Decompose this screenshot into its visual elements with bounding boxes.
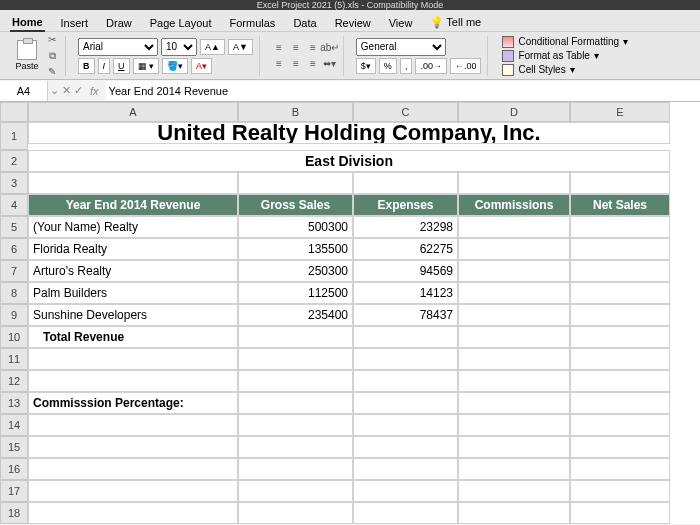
- row-header-12[interactable]: 12: [0, 370, 28, 392]
- conditional-formatting-button[interactable]: Conditional Formatting ▾: [500, 35, 630, 49]
- row-header-10[interactable]: 10: [0, 326, 28, 348]
- tab-insert[interactable]: Insert: [59, 15, 91, 31]
- cell-b8[interactable]: 112500: [238, 282, 353, 304]
- cell-d14[interactable]: [458, 414, 570, 436]
- tab-view[interactable]: View: [387, 15, 415, 31]
- cell-a16[interactable]: [28, 458, 238, 480]
- font-color-button[interactable]: A▾: [191, 58, 212, 74]
- cell-b17[interactable]: [238, 480, 353, 502]
- row-header-8[interactable]: 8: [0, 282, 28, 304]
- align-top-icon[interactable]: ≡: [272, 41, 286, 55]
- col-header-d[interactable]: D: [458, 102, 570, 122]
- cell-c6[interactable]: 62275: [353, 238, 458, 260]
- cell-d17[interactable]: [458, 480, 570, 502]
- cell-b7[interactable]: 250300: [238, 260, 353, 282]
- cell-e13[interactable]: [570, 392, 670, 414]
- cell-e6[interactable]: [570, 238, 670, 260]
- row-header-1[interactable]: 1: [0, 122, 28, 150]
- format-painter-icon[interactable]: ✎: [45, 65, 59, 79]
- cell-a15[interactable]: [28, 436, 238, 458]
- cell-c11[interactable]: [353, 348, 458, 370]
- size-select[interactable]: 10: [161, 38, 197, 56]
- cell-d18[interactable]: [458, 502, 570, 524]
- row-header-3[interactable]: 3: [0, 172, 28, 194]
- cell-c18[interactable]: [353, 502, 458, 524]
- cancel-icon[interactable]: ✕: [60, 84, 72, 97]
- row-header-6[interactable]: 6: [0, 238, 28, 260]
- cell-a9[interactable]: Sunshine Developers: [28, 304, 238, 326]
- cell-b16[interactable]: [238, 458, 353, 480]
- cell-d10[interactable]: [458, 326, 570, 348]
- cell-a11[interactable]: [28, 348, 238, 370]
- underline-button[interactable]: U: [113, 58, 130, 74]
- cut-icon[interactable]: ✂: [45, 33, 59, 47]
- cell-b6[interactable]: 135500: [238, 238, 353, 260]
- row-header-17[interactable]: 17: [0, 480, 28, 502]
- cell-d11[interactable]: [458, 348, 570, 370]
- col-header-a[interactable]: A: [28, 102, 238, 122]
- cell-b9[interactable]: 235400: [238, 304, 353, 326]
- cell-a6[interactable]: Florida Realty: [28, 238, 238, 260]
- row-header-5[interactable]: 5: [0, 216, 28, 238]
- increase-decimal-button[interactable]: .00→: [415, 58, 447, 74]
- italic-button[interactable]: I: [98, 58, 111, 74]
- cell-d3[interactable]: [458, 172, 570, 194]
- col-header-c[interactable]: C: [353, 102, 458, 122]
- comma-button[interactable]: ,: [400, 58, 413, 74]
- cell-subtitle[interactable]: East Division: [28, 150, 670, 172]
- row-header-7[interactable]: 7: [0, 260, 28, 282]
- cell-c16[interactable]: [353, 458, 458, 480]
- font-select[interactable]: Arial: [78, 38, 158, 56]
- format-as-table-button[interactable]: Format as Table ▾: [500, 49, 630, 63]
- cell-c12[interactable]: [353, 370, 458, 392]
- currency-button[interactable]: $▾: [356, 58, 376, 74]
- cell-b3[interactable]: [238, 172, 353, 194]
- cell-d6[interactable]: [458, 238, 570, 260]
- cell-e7[interactable]: [570, 260, 670, 282]
- decrease-font-button[interactable]: A▼: [228, 39, 253, 55]
- cell-b12[interactable]: [238, 370, 353, 392]
- col-header-e[interactable]: E: [570, 102, 670, 122]
- cell-a12[interactable]: [28, 370, 238, 392]
- percent-button[interactable]: %: [379, 58, 397, 74]
- col-header-b[interactable]: B: [238, 102, 353, 122]
- cell-d8[interactable]: [458, 282, 570, 304]
- cell-d13[interactable]: [458, 392, 570, 414]
- cell-c9[interactable]: 78437: [353, 304, 458, 326]
- align-middle-icon[interactable]: ≡: [289, 41, 303, 55]
- align-right-icon[interactable]: ≡: [306, 57, 320, 71]
- cell-a14[interactable]: [28, 414, 238, 436]
- formula-input[interactable]: Year End 2014 Revenue: [105, 81, 700, 101]
- cell-a10[interactable]: Total Revenue: [28, 326, 238, 348]
- bold-button[interactable]: B: [78, 58, 95, 74]
- row-header-2[interactable]: 2: [0, 150, 28, 172]
- row-header-4[interactable]: 4: [0, 194, 28, 216]
- cell-e5[interactable]: [570, 216, 670, 238]
- cell-d12[interactable]: [458, 370, 570, 392]
- align-bottom-icon[interactable]: ≡: [306, 41, 320, 55]
- fx-icon[interactable]: fx: [84, 85, 105, 97]
- name-box-dropdown[interactable]: ⌄: [48, 84, 60, 97]
- number-format-select[interactable]: General: [356, 38, 446, 56]
- cell-c4[interactable]: Expenses: [353, 194, 458, 216]
- cell-a8[interactable]: Palm Builders: [28, 282, 238, 304]
- row-header-18[interactable]: 18: [0, 502, 28, 524]
- cell-c17[interactable]: [353, 480, 458, 502]
- row-header-11[interactable]: 11: [0, 348, 28, 370]
- cell-b11[interactable]: [238, 348, 353, 370]
- cell-c8[interactable]: 14123: [353, 282, 458, 304]
- cell-e18[interactable]: [570, 502, 670, 524]
- cell-b15[interactable]: [238, 436, 353, 458]
- cell-c13[interactable]: [353, 392, 458, 414]
- cell-b13[interactable]: [238, 392, 353, 414]
- cell-b18[interactable]: [238, 502, 353, 524]
- cell-e12[interactable]: [570, 370, 670, 392]
- row-header-14[interactable]: 14: [0, 414, 28, 436]
- cell-e8[interactable]: [570, 282, 670, 304]
- cell-a3[interactable]: [28, 172, 238, 194]
- cell-c14[interactable]: [353, 414, 458, 436]
- select-all-corner[interactable]: [0, 102, 28, 122]
- wrap-text-icon[interactable]: ab↵: [323, 41, 337, 55]
- cell-b5[interactable]: 500300: [238, 216, 353, 238]
- tab-page-layout[interactable]: Page Layout: [148, 15, 214, 31]
